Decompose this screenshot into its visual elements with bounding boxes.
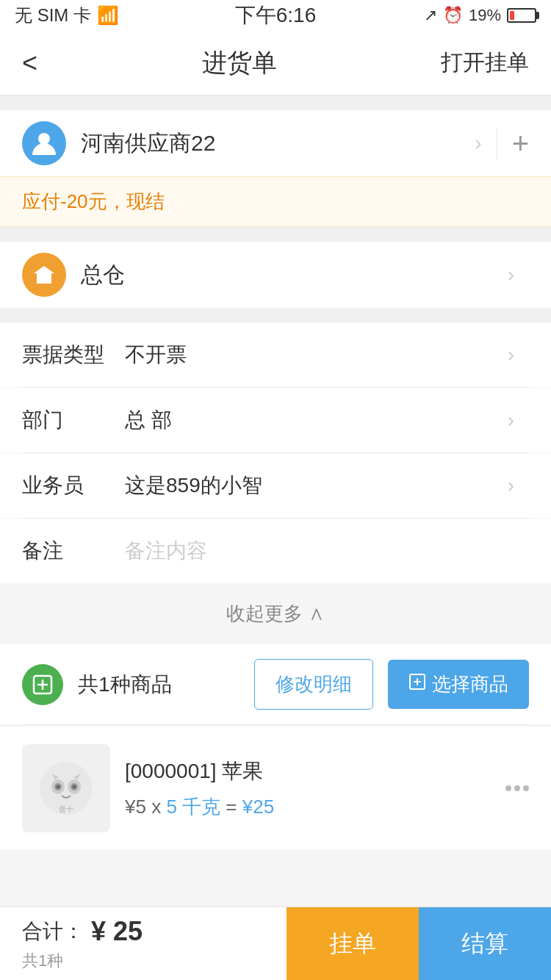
price-equals: = xyxy=(226,796,242,818)
products-icon xyxy=(22,664,63,705)
supplier-arrow-icon: › xyxy=(475,131,481,155)
total-main: 合计： ¥ 25 xyxy=(22,916,264,947)
select-product-label: 选择商品 xyxy=(432,671,508,697)
form-row-remark[interactable]: 备注 备注内容 xyxy=(0,519,551,583)
bottom-bar: 合计： ¥ 25 共1种 挂单 结算 xyxy=(0,907,551,980)
location-icon: ↗ xyxy=(424,6,437,25)
warehouse-icon xyxy=(22,253,66,297)
warehouse-arrow-icon: › xyxy=(508,263,514,287)
supplier-section: 河南供应商22 › + xyxy=(0,110,551,176)
status-bar: 无 SIM 卡 📶 下午6:16 ↗ ⏰ 19% xyxy=(0,0,551,31)
status-right: ↗ ⏰ 19% xyxy=(424,6,536,25)
product-info: [0000001] 苹果 ¥5 x 5 千克 = ¥25 xyxy=(125,757,491,820)
form-row-invoice[interactable]: 票据类型 不开票 › xyxy=(0,323,551,387)
supplier-name[interactable]: 河南供应商22 xyxy=(81,129,475,159)
collapse-label: 收起更多 ∧ xyxy=(226,602,324,624)
price-qty: 5 xyxy=(166,796,176,818)
total-sub: 共1种 xyxy=(22,950,264,972)
price-multiply: x xyxy=(151,796,166,818)
svg-point-9 xyxy=(73,785,76,789)
nav-bar: < 进货单 打开挂单 xyxy=(0,31,551,96)
remark-label: 备注 xyxy=(22,537,125,565)
total-section: 合计： ¥ 25 共1种 xyxy=(0,907,287,980)
add-supplier-button[interactable]: + xyxy=(497,127,529,160)
product-code: [0000001] xyxy=(125,760,217,782)
info-banner: 应付-20元，现结 xyxy=(0,176,551,227)
invoice-arrow-icon: › xyxy=(508,343,514,367)
total-amount: ¥ 25 xyxy=(91,916,143,947)
hang-button[interactable]: 挂单 xyxy=(287,907,419,980)
price-unit-label: 千克 xyxy=(182,796,220,818)
form-row-salesperson[interactable]: 业务员 这是859的小智 › xyxy=(0,453,551,518)
section-gap-2 xyxy=(0,227,551,242)
dept-arrow-icon: › xyxy=(508,408,514,432)
product-more-button[interactable] xyxy=(505,785,529,791)
dot-3 xyxy=(523,785,529,791)
invoice-label: 票据类型 xyxy=(22,341,125,369)
svg-point-0 xyxy=(38,133,50,145)
product-name: [0000001] 苹果 xyxy=(125,757,491,785)
status-left: 无 SIM 卡 📶 xyxy=(15,4,119,27)
salesperson-label: 业务员 xyxy=(22,472,125,500)
section-gap-3 xyxy=(0,308,551,323)
salesperson-arrow-icon: › xyxy=(508,474,514,497)
battery-percent: 19% xyxy=(469,6,501,25)
products-header: 共1种商品 修改明细 选择商品 xyxy=(0,644,551,724)
back-button[interactable]: < xyxy=(22,48,37,79)
page-title: 进货单 xyxy=(202,46,277,80)
open-hang-button[interactable]: 打开挂单 xyxy=(441,48,529,78)
info-text: 应付-20元，现结 xyxy=(22,190,165,212)
collapse-button[interactable]: 收起更多 ∧ xyxy=(0,583,551,644)
warehouse-section[interactable]: 总仓 › xyxy=(0,242,551,308)
svg-point-8 xyxy=(57,785,60,789)
products-divider xyxy=(22,724,529,725)
remark-input[interactable]: 备注内容 xyxy=(125,537,529,565)
product-title: 苹果 xyxy=(222,760,263,782)
price-unit: ¥5 xyxy=(125,796,146,818)
products-count: 共1种商品 xyxy=(78,671,240,699)
edit-detail-button[interactable]: 修改明细 xyxy=(254,659,373,710)
select-product-icon xyxy=(408,673,426,696)
dept-label: 部门 xyxy=(22,406,125,434)
section-gap-1 xyxy=(0,96,551,110)
warehouse-name: 总仓 xyxy=(81,260,508,290)
checkout-button[interactable]: 结算 xyxy=(419,907,551,980)
invoice-value: 不开票 xyxy=(125,341,508,369)
dept-value: 总 部 xyxy=(125,406,508,434)
product-price: ¥5 x 5 千克 = ¥25 xyxy=(125,794,491,820)
product-item: 督十 [0000001] 苹果 ¥5 x 5 千克 = ¥25 xyxy=(0,727,551,850)
svg-text:督十: 督十 xyxy=(59,805,73,813)
salesperson-value: 这是859的小智 xyxy=(125,472,508,500)
select-product-button[interactable]: 选择商品 xyxy=(388,660,529,709)
battery-icon xyxy=(507,8,536,23)
wifi-icon: 📶 xyxy=(97,5,119,26)
carrier-text: 无 SIM 卡 xyxy=(15,4,91,27)
total-label: 合计： xyxy=(22,918,84,945)
status-time: 下午6:16 xyxy=(235,1,317,29)
product-thumbnail: 督十 xyxy=(22,744,110,832)
dot-2 xyxy=(514,785,520,791)
supplier-avatar xyxy=(22,121,66,165)
price-total: ¥25 xyxy=(242,796,274,818)
dot-1 xyxy=(505,785,511,791)
alarm-icon: ⏰ xyxy=(443,6,463,25)
form-row-dept[interactable]: 部门 总 部 › xyxy=(0,388,551,453)
